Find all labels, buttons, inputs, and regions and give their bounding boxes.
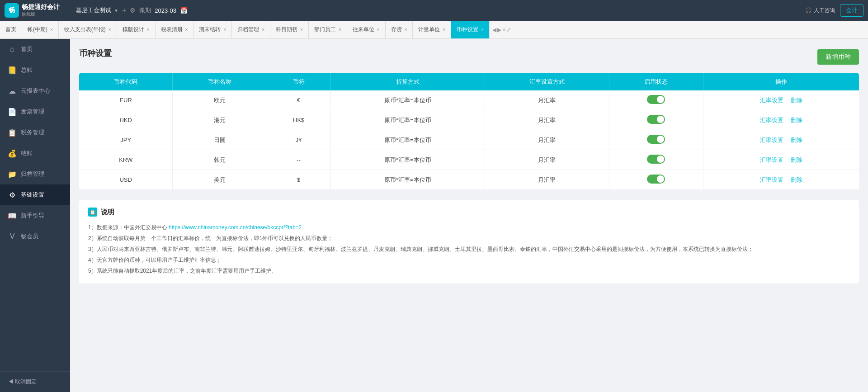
cell-actions: 汇率设置 删除: [703, 90, 859, 110]
delete-link[interactable]: 删除: [791, 97, 802, 104]
cell-symbol: €: [267, 90, 330, 110]
toggle-switch[interactable]: [647, 155, 665, 164]
tab-dept-label: 部门员工: [314, 26, 336, 33]
rate-setting-link[interactable]: 汇率设置: [760, 137, 783, 143]
tab-income[interactable]: 收入支出表(年报) ×: [59, 21, 117, 39]
toggle-thumb: [657, 156, 664, 163]
tab-period-close[interactable]: ×: [223, 27, 226, 32]
period-value: 2023-03: [155, 7, 176, 14]
settings-icon[interactable]: ⚙: [130, 7, 136, 14]
header-row: 币种设置 新增币种: [79, 48, 859, 66]
tab-inventory-close[interactable]: ×: [405, 27, 407, 32]
notice-external-link[interactable]: https://www.chinamoney.com.cn/chinese/bk…: [169, 224, 302, 231]
notice-icon: 📋: [88, 208, 97, 217]
tab-tax[interactable]: 税表清册 ×: [156, 21, 194, 39]
help-button[interactable]: 🎧 人工咨询: [805, 7, 835, 14]
tab-archive[interactable]: 归档管理 ×: [232, 21, 270, 39]
tab-unit[interactable]: 计量单位 ×: [413, 21, 451, 39]
delete-link[interactable]: 删除: [791, 156, 802, 163]
sidebar-item-ledger[interactable]: 📒 总账: [0, 60, 70, 80]
cell-status: [609, 150, 703, 170]
tab-ledger-close[interactable]: ×: [50, 27, 53, 32]
cell-rate-type: 月汇率: [485, 150, 609, 170]
top-bar: 畅 畅捷通好会计 旗舰版 基层工会测试 ▼ + ⚙ 账期 2023-03 📅 🎧…: [0, 0, 868, 21]
tab-template[interactable]: 模版设计 ×: [117, 21, 156, 39]
sidebar-item-basic[interactable]: ⚙ 基础设置: [0, 184, 70, 205]
toggle-switch[interactable]: [647, 175, 665, 184]
tab-template-close[interactable]: ×: [147, 27, 150, 32]
tab-dept[interactable]: 部门员工 ×: [309, 21, 347, 39]
toggle-switch[interactable]: [647, 115, 665, 124]
tab-partner-label: 往来单位: [353, 26, 374, 33]
tab-prev-icon[interactable]: ◀: [492, 27, 496, 33]
sidebar-item-member[interactable]: V 畅会员: [0, 226, 70, 247]
tab-close-all-icon[interactable]: ×: [502, 27, 505, 33]
toggle-thumb: [657, 136, 664, 143]
tab-currency[interactable]: 币种设置 ×: [451, 21, 490, 39]
cell-rate-type: 月汇率: [485, 130, 609, 150]
tab-currency-label: 币种设置: [457, 26, 478, 33]
tab-archive-close[interactable]: ×: [262, 27, 264, 32]
tab-subject[interactable]: 科目期初 ×: [270, 21, 309, 39]
rate-setting-link[interactable]: 汇率设置: [760, 176, 783, 183]
tab-currency-close[interactable]: ×: [481, 27, 484, 32]
notice-section: 📋 说明 1）数据来源：中国外汇交易中心 https://www.chinamo…: [79, 200, 859, 283]
tab-partner-close[interactable]: ×: [377, 27, 380, 32]
cell-code: JPY: [79, 130, 173, 150]
delete-link[interactable]: 删除: [791, 117, 802, 123]
delete-link[interactable]: 删除: [791, 176, 802, 183]
col-calc: 折算方式: [330, 73, 485, 90]
cell-actions: 汇率设置 删除: [703, 110, 859, 130]
cell-actions: 汇率设置 删除: [703, 150, 859, 170]
rate-setting-link[interactable]: 汇率设置: [760, 97, 783, 104]
add-icon[interactable]: +: [122, 6, 126, 14]
tab-ledger[interactable]: 帐(中期) ×: [22, 21, 59, 39]
sidebar-item-settle[interactable]: 💰 结账: [0, 143, 70, 164]
cell-name: 欧元: [173, 90, 267, 110]
tab-home[interactable]: 首页: [0, 21, 22, 39]
cell-symbol: $: [267, 170, 330, 190]
table-row: KRW 韩元 -- 原币*汇率=本位币 月汇率 汇率设置 删除: [79, 150, 859, 170]
period-label: 账期: [139, 6, 151, 14]
tab-subject-label: 科目期初: [276, 26, 297, 33]
tab-inventory[interactable]: 存货 ×: [386, 21, 413, 39]
tab-tax-close[interactable]: ×: [185, 27, 188, 32]
tab-expand-icon[interactable]: ⤢: [506, 27, 511, 33]
logo-char: 畅: [9, 6, 15, 14]
sidebar-item-home[interactable]: ⌂ 首页: [0, 39, 70, 60]
tab-next-icon[interactable]: ▶: [497, 27, 501, 33]
delete-link[interactable]: 删除: [791, 137, 802, 143]
toggle-switch[interactable]: [647, 135, 665, 144]
calendar-icon[interactable]: 📅: [180, 7, 188, 14]
company-selector[interactable]: 基层工会测试 ▼: [76, 6, 118, 14]
sidebar-item-report[interactable]: ☁ 云报表中心: [0, 80, 70, 101]
cell-symbol: --: [267, 150, 330, 170]
tab-unit-close[interactable]: ×: [443, 27, 445, 32]
cell-rate-type: 月汇率: [485, 110, 609, 130]
top-middle: 基层工会测试 ▼ + ⚙ 账期 2023-03 📅: [76, 6, 802, 14]
sidebar-item-invoice[interactable]: 📄 发票管理: [0, 101, 70, 122]
toggle-thumb: [657, 175, 664, 183]
table-row: HKD 港元 HK$ 原币*汇率=本位币 月汇率 汇率设置 删除: [79, 110, 859, 130]
sidebar-item-archive[interactable]: 📁 归档管理: [0, 164, 70, 184]
rate-setting-link[interactable]: 汇率设置: [760, 117, 783, 123]
tab-dept-close[interactable]: ×: [339, 27, 341, 32]
sidebar-toggle[interactable]: ◀ 取消固定: [0, 371, 70, 392]
tab-inventory-label: 存货: [391, 26, 402, 33]
notice-list: 1）数据来源：中国外汇交易中心 https://www.chinamoney.c…: [88, 222, 850, 276]
toggle-switch[interactable]: [647, 95, 665, 104]
cell-code: USD: [79, 170, 173, 190]
toggle-thumb: [657, 96, 664, 103]
new-currency-button[interactable]: 新增币种: [817, 49, 859, 65]
sidebar-item-tax[interactable]: 📋 税务管理: [0, 122, 70, 143]
tab-period[interactable]: 期末结转 ×: [193, 21, 232, 39]
sidebar-item-guide[interactable]: 📖 新手引导: [0, 205, 70, 226]
rate-setting-link[interactable]: 汇率设置: [760, 156, 783, 163]
tab-partner[interactable]: 往来单位 ×: [347, 21, 386, 39]
tab-subject-close[interactable]: ×: [300, 27, 303, 32]
cell-status: [609, 90, 703, 110]
cell-name: 日圆: [173, 130, 267, 150]
sidebar: ⌂ 首页 📒 总账 ☁ 云报表中心 📄 发票管理 📋 税务管理 💰 结账 📁 归…: [0, 39, 70, 392]
tab-income-close[interactable]: ×: [108, 27, 111, 32]
account-button[interactable]: 会计: [840, 4, 863, 17]
